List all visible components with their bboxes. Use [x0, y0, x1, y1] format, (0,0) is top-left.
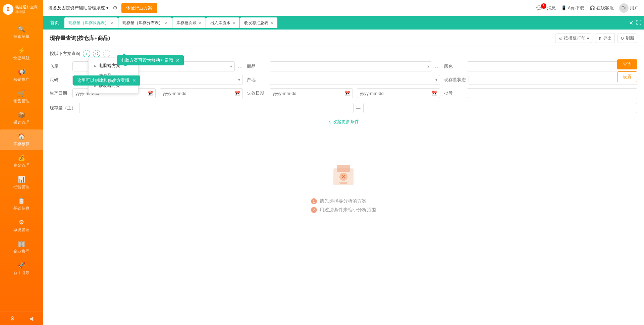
collapse-bar[interactable]: ∧ 收起更多条件 — [50, 116, 637, 127]
sidebar-item-basic[interactable]: 📋 基础信息 — [0, 194, 43, 215]
color-select[interactable] — [467, 61, 637, 71]
expire-date-label: 失效日期 — [247, 90, 267, 96]
dot-indicator — [124, 63, 127, 66]
sidebar-item-sales[interactable]: 🛒 销售管理 — [0, 87, 43, 107]
operation-icon: 📊 — [18, 176, 25, 183]
empty-step-2: 2 用过滤条件来缩小分析范围 — [311, 207, 376, 213]
user-item[interactable]: Ea 用户 — [619, 3, 639, 13]
stock-status-label: 现存量状态 — [444, 77, 466, 83]
tooltip-close-icon[interactable]: ✕ — [176, 58, 180, 63]
page-header: 现存量查询(按仓库+商品) 🖨 按模板打印 ▾ ⬆ 导出 ↻ 刷新 — [43, 30, 644, 46]
content-area: 现存量查询(按仓库+商品) 🖨 按模板打印 ▾ ⬆ 导出 ↻ 刷新 — [43, 30, 644, 325]
sidebar-item-label: 经营管理 — [13, 184, 30, 190]
prod-date-end-input[interactable] — [160, 88, 243, 98]
trial-btn[interactable]: 体验行业方案 — [121, 3, 157, 13]
collapse-sidebar-icon[interactable]: ◀ — [29, 315, 33, 322]
calendar-icon[interactable]: 📅 — [432, 91, 437, 96]
back-scheme-btn[interactable]: ←← — [103, 50, 110, 57]
stock-qty-max-input[interactable] — [363, 103, 638, 113]
sidebar-item-finance[interactable]: 💰 资金管理 — [0, 151, 43, 172]
calendar-icon[interactable]: 📅 — [234, 91, 240, 96]
settings-btn[interactable]: 设置 — [617, 71, 637, 82]
sidebar-item-label: 基础信息 — [13, 206, 30, 211]
collapse-text: 收起更多条件 — [333, 119, 359, 125]
sidebar-item-operation[interactable]: 📊 经营管理 — [0, 172, 43, 193]
tab-close-icon[interactable]: ✕ — [165, 21, 168, 25]
tab-close-icon[interactable]: ✕ — [199, 21, 202, 25]
goods-select[interactable] — [270, 61, 432, 71]
tooltip-create-scheme: 这里可以创建和修改方案哦 ✕ — [73, 75, 140, 86]
tab-home[interactable]: 首页 — [46, 18, 64, 28]
size-label: 尺码 — [50, 77, 70, 83]
tab-close-icon[interactable]: ✕ — [111, 21, 114, 25]
calendar-icon[interactable]: 📅 — [344, 91, 350, 96]
sidebar-item-system[interactable]: ⚙ 系统管理 — [0, 215, 43, 236]
tooltip-desktop-scheme: 电脑方案可设为移动方案哦 ✕ — [117, 55, 184, 65]
edit-scheme-btn[interactable]: ↺ — [93, 50, 100, 57]
goods-dots-icon[interactable]: … — [435, 63, 440, 69]
export-btn[interactable]: ⬆ 导出 — [595, 34, 615, 43]
empty-text: 1 请先选择要分析的方案 2 用过滤条件来缩小分析范围 — [311, 198, 376, 213]
sidebar-item-enterprise[interactable]: 🏢 企业协同 — [0, 237, 43, 258]
add-scheme-btn[interactable]: + — [83, 50, 90, 57]
origin-select-wrap — [270, 75, 440, 85]
stock-status-select[interactable] — [469, 75, 637, 85]
batch-no-input[interactable] — [467, 88, 637, 98]
tabbar-right: ✕ ⛶ — [629, 20, 641, 26]
system-name: 装备及固定资产辅助管理系统 — [48, 5, 105, 11]
app-download-label: App下载 — [568, 5, 584, 11]
step-num-2: 2 — [311, 207, 317, 213]
sidebar-item-quick[interactable]: ⚡ 快捷导航 — [0, 44, 43, 64]
origin-select[interactable] — [270, 75, 440, 85]
logo-icon: 6 — [3, 4, 13, 15]
app-download-item[interactable]: 📱 App下载 — [561, 5, 584, 11]
warehouse-dots-icon[interactable]: … — [237, 63, 243, 69]
print-btn[interactable]: 🖨 按模板打印 ▾ — [555, 34, 592, 43]
online-support-item[interactable]: 🎧 在线客服 — [590, 5, 614, 11]
empty-illustration — [327, 158, 360, 193]
phone-icon: 📱 — [561, 5, 567, 10]
topbar: 装备及固定资产辅助管理系统 ▾ ⚙ 体验行业方案 💬 8 消息 📱 App下载 … — [43, 0, 644, 16]
sales-icon: 🛒 — [18, 90, 25, 97]
expire-date-start-input[interactable] — [270, 88, 353, 98]
topbar-right: 💬 8 消息 📱 App下载 🎧 在线客服 Ea 用户 — [536, 3, 639, 13]
tab-batch[interactable]: 库存批次账 ✕ — [172, 17, 206, 28]
expire-date-end-input[interactable] — [357, 88, 440, 98]
expand-icon[interactable]: ⛶ — [636, 20, 641, 26]
filter-goods: 商品 … — [247, 61, 440, 71]
settings-bottom-icon[interactable]: ⚙ — [10, 315, 15, 322]
stock-qty-min-input[interactable] — [79, 103, 354, 113]
topbar-gear-icon[interactable]: ⚙ — [113, 5, 117, 11]
tab-close-icon[interactable]: ✕ — [270, 21, 273, 25]
origin-label: 产地 — [247, 77, 267, 83]
goods-select-wrap — [270, 61, 432, 71]
sidebar-item-search[interactable]: 🔍 搜索菜单 — [0, 22, 43, 43]
tab-inventory-status[interactable]: 现存量（库存状况表） ✕ — [64, 17, 118, 28]
empty-state: 1 请先选择要分析的方案 2 用过滤条件来缩小分析范围 — [43, 131, 644, 240]
sidebar-item-guide[interactable]: 🚀 新手引导 — [0, 258, 43, 279]
sidebar: 6 畅捷通好生意 标准版 🔍 搜索菜单 ⚡ 快捷导航 📢 营销推广 🛒 销售管理… — [0, 0, 43, 325]
tab-inventory-dist[interactable]: 现存量（库存分布表） ✕ — [118, 17, 172, 28]
message-badge: 8 — [541, 3, 546, 9]
sidebar-item-purchase[interactable]: 📦 采购管理 — [0, 108, 43, 129]
refresh-btn[interactable]: ↻ 刷新 — [618, 34, 637, 43]
query-btn[interactable]: 查询 — [617, 59, 637, 69]
filter-prod-date: 生产日期 📅 📅 — [50, 88, 243, 98]
chevron-down-icon: ▾ — [587, 36, 589, 41]
basic-icon: 📋 — [18, 197, 25, 205]
purchase-icon: 📦 — [18, 111, 25, 119]
tooltip-close-icon[interactable]: ✕ — [132, 78, 136, 83]
tab-close-icon[interactable]: ✕ — [232, 21, 235, 25]
empty-step1-text: 请先选择要分析的方案 — [320, 198, 367, 204]
tab-inout[interactable]: 出入库流水 ✕ — [206, 17, 239, 28]
refresh-icon: ↻ — [621, 36, 624, 41]
message-item[interactable]: 💬 8 消息 — [536, 5, 556, 11]
sidebar-item-marketing[interactable]: 📢 营销推广 — [0, 65, 43, 86]
tab-summary[interactable]: 收发存汇总表 ✕ — [240, 17, 277, 28]
calendar-icon[interactable]: 📅 — [147, 91, 153, 96]
close-tab-icon[interactable]: ✕ — [629, 20, 633, 26]
system-selector[interactable]: 装备及固定资产辅助管理系统 ▾ — [48, 5, 109, 11]
sidebar-item-inventory[interactable]: 🏠 库存核算 — [0, 129, 43, 150]
tabbar: 首页 现存量（库存状况表） ✕ 现存量（库存分布表） ✕ 库存批次账 ✕ 出入库… — [43, 16, 644, 30]
empty-step2-text: 用过滤条件来缩小分析范围 — [320, 207, 376, 213]
